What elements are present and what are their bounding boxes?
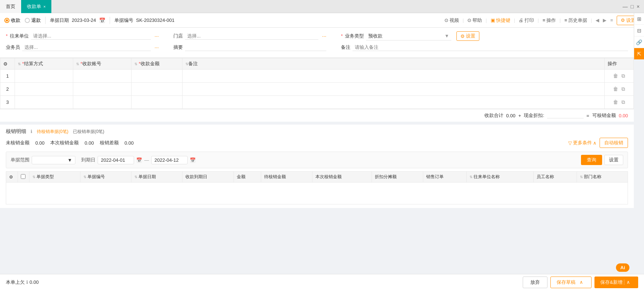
save-draft-dropdown-icon[interactable]: ∧ xyxy=(577,279,585,285)
tab-close-icon[interactable]: × xyxy=(43,4,46,9)
remark-input[interactable] xyxy=(353,44,628,51)
employee-more-icon[interactable]: ··· xyxy=(154,44,159,50)
row-1-remark[interactable] xyxy=(182,70,605,83)
right-panel-expand-icon[interactable]: ⇱ xyxy=(634,48,644,60)
save-new-button[interactable]: 保存&新增 ∧ xyxy=(594,277,638,288)
tab-receipt[interactable]: 收款单 × xyxy=(21,0,51,13)
row-2-actions: 🗑 ⧉ xyxy=(605,83,634,96)
col-pending-amount: 待核销金额 xyxy=(261,172,312,183)
history-btn[interactable]: ≡ 历史单据 xyxy=(564,17,587,24)
writeoff-info-icon[interactable]: ℹ xyxy=(31,129,32,134)
select-all-checkbox[interactable] xyxy=(21,174,25,179)
total-label: 收款合计 xyxy=(484,112,503,119)
history-icon: ≡ xyxy=(564,17,567,23)
row-3-copy-icon[interactable]: ⧉ xyxy=(621,99,625,105)
range-select[interactable]: ▼ xyxy=(32,156,75,164)
date-end-input[interactable] xyxy=(151,156,188,164)
save-draft-label: 保存草稿 xyxy=(557,279,576,286)
row-3-account[interactable] xyxy=(73,96,131,109)
refund-radio[interactable]: 退款 xyxy=(25,17,41,24)
receipt-radio-label: 收款 xyxy=(11,17,20,24)
store-input[interactable] xyxy=(185,32,318,40)
row-2-amount[interactable] xyxy=(131,83,182,96)
col-department: ⇅ 部门名称 xyxy=(577,172,628,183)
employee-label: 业务员 xyxy=(6,44,20,51)
row-3-delete-icon[interactable]: 🗑 xyxy=(613,99,618,105)
window-minimize-icon[interactable]: — xyxy=(623,4,628,9)
receipt-radio[interactable]: 收款 xyxy=(4,17,20,24)
nav-left-icon[interactable]: ◀ xyxy=(596,17,599,23)
business-type-select[interactable]: 预收款 ▼ xyxy=(366,32,451,40)
ai-badge[interactable]: Ai xyxy=(616,263,629,272)
row-1-account[interactable] xyxy=(73,70,131,83)
abandon-button[interactable]: 放弃 xyxy=(523,277,547,288)
row-2-delete-icon[interactable]: 🗑 xyxy=(613,86,618,92)
right-panel-table-icon[interactable]: ⊞ xyxy=(634,13,644,25)
store-more-icon[interactable]: ··· xyxy=(322,33,326,39)
row-2-copy-icon[interactable]: ⧉ xyxy=(621,86,625,92)
more-conditions-label: 更多条件 xyxy=(573,140,592,146)
row-1-delete-icon[interactable]: 🗑 xyxy=(613,73,618,79)
bottom-info-icon[interactable]: ℹ xyxy=(26,279,28,285)
auto-writeoff-button[interactable]: 自动核销 xyxy=(600,138,628,148)
window-close-icon[interactable]: × xyxy=(637,4,640,9)
toolbar-divider-1 xyxy=(45,17,46,24)
row-3-settlement[interactable] xyxy=(15,96,73,109)
row-1-copy-icon[interactable]: ⧉ xyxy=(621,73,625,79)
shortcut-btn[interactable]: ▣ 快捷键 xyxy=(491,17,510,24)
table-settings-icon[interactable]: ⚙ xyxy=(3,61,8,67)
row-1-num: 1 xyxy=(0,70,15,83)
employee-input[interactable] xyxy=(22,44,151,51)
query-button[interactable]: 查询 xyxy=(581,155,602,165)
save-draft-button[interactable]: 保存草稿 ∧ xyxy=(550,277,592,288)
counterpart-input[interactable] xyxy=(31,32,151,40)
counterpart-label: * 往来单位 xyxy=(6,33,29,39)
writeoff-tab-pending[interactable]: 待核销单据(0笔) xyxy=(37,129,68,135)
col-settings[interactable]: ⚙ xyxy=(6,172,18,183)
video-btn[interactable]: ⊙ 视频 xyxy=(444,17,459,24)
settings-gear-icon: ⚙ xyxy=(621,17,625,23)
col-checkbox[interactable] xyxy=(18,172,30,183)
row-1-settlement[interactable] xyxy=(15,70,73,83)
row-2-settlement[interactable] xyxy=(15,83,73,96)
window-maximize-icon[interactable]: □ xyxy=(631,4,633,9)
help-btn[interactable]: ⊙ 帮助 xyxy=(467,17,482,24)
calendar-icon[interactable]: 📅 xyxy=(99,17,105,23)
range-arrow-icon: ▼ xyxy=(67,157,72,163)
total-value: 0.00 xyxy=(506,113,515,118)
row-3-remark[interactable] xyxy=(182,96,605,109)
table-settings-header[interactable]: ⚙ xyxy=(0,58,15,70)
nav-right-icon[interactable]: ▶ xyxy=(603,17,606,23)
discount-input[interactable] xyxy=(547,113,584,118)
filter-settings-button[interactable]: 设置 xyxy=(604,155,623,165)
calendar-end-icon[interactable]: 📅 xyxy=(190,157,196,163)
right-panel-chart-icon[interactable]: ⊟ xyxy=(634,25,644,36)
operation-label: 操作 xyxy=(546,17,556,24)
business-type-arrow-icon: ▼ xyxy=(444,33,449,39)
operation-btn[interactable]: ≡ 操作 xyxy=(542,17,556,24)
col-doc-number: ⇅ 单据编号 xyxy=(80,172,131,183)
tab-home[interactable]: 首页 xyxy=(0,0,21,13)
diff-value: 0.00 xyxy=(125,140,134,146)
row-3-amount[interactable] xyxy=(131,96,182,109)
print-btn[interactable]: 🖨 打印 xyxy=(519,17,534,24)
calendar-start-icon[interactable]: 📅 xyxy=(136,157,142,163)
counterpart-more-icon[interactable]: ··· xyxy=(154,33,159,39)
row-2-account[interactable] xyxy=(73,83,131,96)
business-settings-button[interactable]: ⚙ 设置 xyxy=(456,31,479,41)
col-sales-order: 销售订单 xyxy=(423,172,467,183)
row-2-remark[interactable] xyxy=(182,83,605,96)
list-view-icon[interactable]: ≡ xyxy=(610,17,613,23)
date-start-input[interactable] xyxy=(98,156,134,164)
filter-row: 单据范围 ▼ 到期日 📅 — 📅 查询 设置 xyxy=(6,152,628,168)
writeoff-tab-done[interactable]: 已核销单据(0笔) xyxy=(73,129,105,135)
form-row-2: 业务员 ··· 摘要 备注 xyxy=(6,44,628,51)
right-panel-link-icon[interactable]: 🔗 xyxy=(634,36,644,48)
writeoff-section: 核销明细 ℹ 待核销单据(0笔) 已核销单据(0笔) 未核销金额 0.00 本次… xyxy=(0,125,634,208)
summary-input[interactable] xyxy=(185,44,326,51)
row-1-amount[interactable] xyxy=(131,70,182,83)
summary-field: 摘要 xyxy=(173,44,326,51)
save-new-dropdown-icon[interactable]: ∧ xyxy=(624,279,632,285)
more-conditions-btn[interactable]: ▽ 更多条件 ∧ xyxy=(568,140,597,146)
table-row: 3 🗑 ⧉ xyxy=(0,96,634,109)
